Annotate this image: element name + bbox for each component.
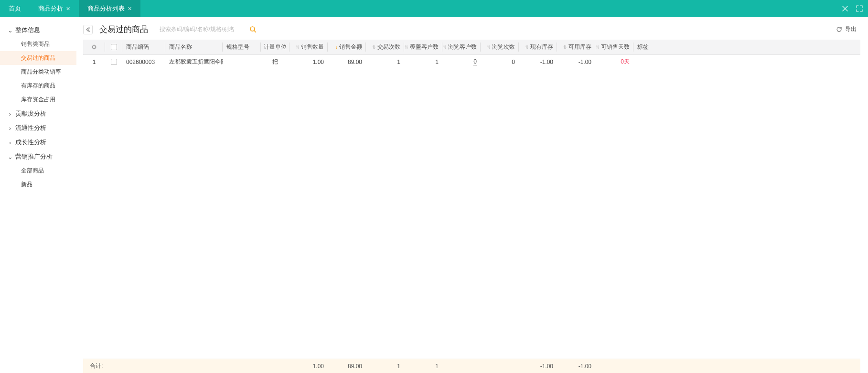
fullscreen-icon[interactable]: [856, 5, 863, 12]
sidebar-group-0[interactable]: ⌄整体信息: [0, 23, 76, 37]
col-view-cnt-label: 浏览次数: [492, 43, 515, 51]
tab-label: 首页: [9, 4, 21, 13]
sidebar-item-0-4[interactable]: 库存资金占用: [0, 93, 76, 107]
export-label: 导出: [845, 25, 857, 33]
chevron-right-icon: ›: [8, 110, 12, 117]
view-cust-link[interactable]: 0: [473, 58, 477, 65]
col-spec-label: 规格型号: [226, 43, 249, 51]
sidebar-item-0-3[interactable]: 有库存的商品: [0, 79, 76, 93]
footer-sale-amt: 89.00: [328, 359, 366, 373]
col-tag-label: 标签: [637, 43, 649, 51]
col-stock[interactable]: 现有库存: [519, 40, 557, 54]
tab-label: 商品分析列表: [87, 4, 125, 13]
collapse-sidebar-button[interactable]: [83, 25, 93, 34]
sidebar-item-4-1[interactable]: 新品: [0, 178, 76, 192]
app-root: 首页商品分析✕商品分析列表✕ ⌄整体信息销售类商品交易过的商品商品分类动销率有库…: [0, 0, 868, 373]
sidebar-item-4-0[interactable]: 全部商品: [0, 164, 76, 178]
sidebar-group-3[interactable]: ›成长性分析: [0, 135, 76, 149]
cell-stock: -1.00: [519, 55, 557, 69]
cell-sale-qty: 1.00: [289, 55, 328, 69]
sidebar: ⌄整体信息销售类商品交易过的商品商品分类动销率有库存的商品库存资金占用›贡献度分…: [0, 17, 76, 373]
body: ⌄整体信息销售类商品交易过的商品商品分类动销率有库存的商品库存资金占用›贡献度分…: [0, 17, 868, 373]
close-icon[interactable]: [841, 5, 849, 12]
col-unit[interactable]: 计量单位: [261, 40, 289, 54]
col-settings[interactable]: ⚙: [83, 40, 105, 54]
main: 交易过的商品 导出 ⚙ 商品编码: [76, 17, 868, 373]
footer-txn-cnt: 1: [366, 359, 404, 373]
tab-0[interactable]: 首页: [0, 0, 30, 17]
search-wrap: [160, 26, 257, 33]
col-name[interactable]: 商品名称: [165, 40, 223, 54]
cell-checkbox: [105, 55, 122, 69]
search-icon[interactable]: [249, 26, 257, 33]
search-input[interactable]: [160, 26, 246, 33]
col-cust-cnt[interactable]: 覆盖客户数: [404, 40, 442, 54]
cell-code: 002600003: [122, 55, 165, 69]
col-days-label: 可销售天数: [601, 43, 630, 51]
cell-view-cnt: 0: [481, 55, 519, 69]
col-code[interactable]: 商品编码: [122, 40, 165, 54]
table-body: 1002600003左都胶囊五折遮阳伞防晒伞;把1.0089.001100-1.…: [83, 55, 860, 359]
footer-view-cust: [442, 359, 481, 373]
checkbox-all[interactable]: [111, 44, 117, 50]
footer-cust-cnt: 1: [404, 359, 442, 373]
col-sale-qty[interactable]: 销售数量: [289, 40, 328, 54]
cell-unit: 把: [261, 55, 289, 69]
footer-label: 合计:: [83, 359, 105, 373]
tabbar-spacer: [140, 0, 841, 17]
chevron-right-icon: ›: [8, 139, 12, 146]
col-name-label: 商品名称: [169, 43, 192, 51]
cell-avail: -1.00: [557, 55, 595, 69]
col-cust-cnt-label: 覆盖客户数: [410, 43, 439, 51]
col-view-cnt[interactable]: 浏览次数: [481, 40, 519, 54]
footer-view-cnt: [481, 359, 519, 373]
tab-close-icon[interactable]: ✕: [66, 6, 70, 12]
row-checkbox[interactable]: [111, 59, 117, 65]
cell-name: 左都胶囊五折遮阳伞防晒伞;: [165, 55, 223, 69]
sidebar-group-label: 营销推广分析: [15, 152, 53, 161]
col-spec[interactable]: 规格型号: [223, 40, 261, 54]
main-header: 交易过的商品 导出: [76, 23, 860, 40]
col-checkbox-all[interactable]: [105, 40, 122, 54]
col-tag[interactable]: 标签: [633, 40, 860, 54]
gear-icon: ⚙: [91, 43, 97, 51]
sidebar-group-label: 流通性分析: [15, 124, 46, 132]
sidebar-item-0-0[interactable]: 销售类商品: [0, 37, 76, 51]
export-icon: [836, 26, 842, 32]
chevron-right-icon: ›: [8, 125, 12, 132]
sidebar-group-label: 整体信息: [15, 26, 40, 34]
days-value: 0天: [621, 58, 630, 66]
footer-stock: -1.00: [519, 359, 557, 373]
page-title: 交易过的商品: [99, 24, 148, 35]
cell-idx: 1: [83, 55, 105, 69]
col-code-label: 商品编码: [126, 43, 149, 51]
table: ⚙ 商品编码 商品名称 规格型号 计量单位 销售数量 销售金额 交易次数 覆盖客…: [76, 40, 860, 359]
sidebar-item-0-1[interactable]: 交易过的商品: [0, 51, 76, 65]
sidebar-item-0-2[interactable]: 商品分类动销率: [0, 65, 76, 79]
col-txn-cnt[interactable]: 交易次数: [366, 40, 404, 54]
chevron-down-icon: ⌄: [8, 153, 12, 160]
sidebar-group-4[interactable]: ⌄营销推广分析: [0, 149, 76, 164]
col-sale-qty-label: 销售数量: [301, 43, 324, 51]
export-button[interactable]: 导出: [836, 25, 860, 33]
chevron-down-icon: ⌄: [8, 27, 12, 34]
col-avail[interactable]: 可用库存: [557, 40, 595, 54]
sidebar-group-1[interactable]: ›贡献度分析: [0, 107, 76, 121]
tab-label: 商品分析: [38, 4, 63, 13]
col-view-cust-label: 浏览客户数: [448, 43, 477, 51]
cell-cust-cnt: 1: [404, 55, 442, 69]
cell-sale-amt: 89.00: [328, 55, 366, 69]
cell-days: 0天: [595, 55, 633, 69]
footer-days: [595, 359, 633, 373]
col-days[interactable]: 可销售天数: [595, 40, 633, 54]
col-sale-amt[interactable]: 销售金额: [328, 40, 366, 54]
tabbar-actions: [841, 0, 868, 17]
tab-1[interactable]: 商品分析✕: [30, 0, 79, 17]
tab-2[interactable]: 商品分析列表✕: [79, 0, 140, 17]
tab-close-icon[interactable]: ✕: [128, 6, 132, 12]
sidebar-group-2[interactable]: ›流通性分析: [0, 121, 76, 135]
col-view-cust[interactable]: 浏览客户数: [442, 40, 481, 54]
sidebar-group-label: 成长性分析: [15, 138, 46, 147]
table-row[interactable]: 1002600003左都胶囊五折遮阳伞防晒伞;把1.0089.001100-1.…: [83, 55, 860, 69]
cell-txn-cnt: 1: [366, 55, 404, 69]
